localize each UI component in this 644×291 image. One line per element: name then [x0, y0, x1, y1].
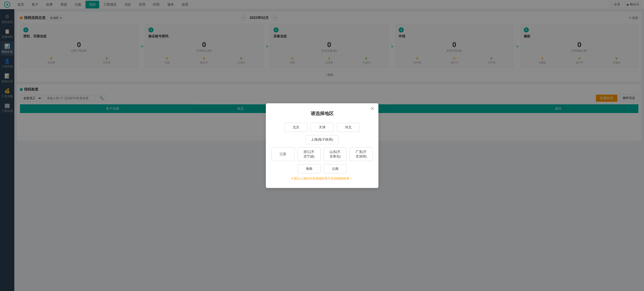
region-grid-row3: 海南云南: [274, 164, 370, 173]
warning-text: ℹ 除以上地区外其他地区暂不支持报税检查！: [274, 176, 370, 181]
region-grid-row2: 江苏浙江(不含宁波)山东(不含青岛)广东(不含深圳): [274, 147, 370, 161]
region-btn-广东(不含深圳)[interactable]: 广东(不含深圳): [350, 147, 373, 161]
region-select-dialog: ✕ 请选择地区 北京天津河北上海(电子税局) 江苏浙江(不含宁波)山东(不含青岛…: [266, 103, 378, 188]
dialog-close-button[interactable]: ✕: [370, 106, 374, 111]
region-btn-海南[interactable]: 海南: [298, 164, 321, 173]
region-btn-浙江(不含宁波)[interactable]: 浙江(不含宁波): [298, 147, 321, 161]
region-btn-天津[interactable]: 天津: [311, 123, 334, 132]
region-btn-北京[interactable]: 北京: [285, 123, 308, 132]
warning-icon: ℹ: [292, 177, 293, 180]
warning-message: 除以上地区外其他地区暂不支持报税检查！: [294, 176, 352, 181]
region-btn-河北[interactable]: 河北: [337, 123, 360, 132]
dialog-title: 请选择地区: [274, 110, 370, 117]
region-grid-row1: 北京天津河北上海(电子税局): [274, 123, 370, 144]
region-btn-云南[interactable]: 云南: [324, 164, 347, 173]
region-btn-山东(不含青岛)[interactable]: 山东(不含青岛): [324, 147, 347, 161]
region-btn-江苏[interactable]: 江苏: [271, 147, 294, 161]
region-btn-上海(电子税局)[interactable]: 上海(电子税局): [305, 135, 339, 144]
dialog-overlay[interactable]: ✕ 请选择地区 北京天津河北上海(电子税局) 江苏浙江(不含宁波)山东(不含青岛…: [0, 0, 644, 291]
